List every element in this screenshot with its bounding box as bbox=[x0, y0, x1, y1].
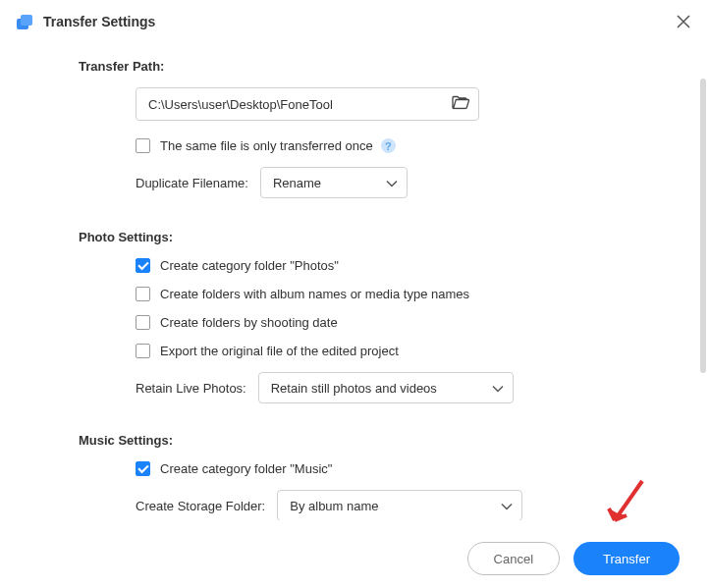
dialog-header: Transfer Settings bbox=[0, 0, 709, 39]
cancel-button[interactable]: Cancel bbox=[467, 542, 560, 575]
photo-category-checkbox[interactable] bbox=[136, 258, 150, 273]
photo-album-folders-checkbox[interactable] bbox=[136, 287, 150, 301]
photo-export-original-checkbox[interactable] bbox=[136, 344, 150, 358]
same-file-once-label: The same file is only transferred once bbox=[160, 138, 373, 153]
music-storage-label: Create Storage Folder: bbox=[136, 499, 265, 513]
close-button[interactable] bbox=[674, 12, 693, 31]
retain-live-label: Retain Live Photos: bbox=[136, 381, 246, 396]
transfer-button-label: Transfer bbox=[603, 552, 650, 566]
music-settings-label: Music Settings: bbox=[79, 433, 650, 448]
cancel-button-label: Cancel bbox=[494, 552, 533, 566]
retain-live-value: Retain still photos and videos bbox=[271, 381, 437, 396]
transfer-path-input[interactable] bbox=[136, 87, 479, 121]
dialog-content: Transfer Path: The same file is only tra… bbox=[0, 39, 709, 520]
photo-export-original-row: Export the original file of the edited p… bbox=[136, 344, 650, 358]
dialog-title: Transfer Settings bbox=[43, 14, 674, 29]
music-category-label: Create category folder "Music" bbox=[160, 461, 332, 476]
retain-live-select[interactable]: Retain still photos and videos bbox=[258, 372, 514, 403]
music-category-row: Create category folder "Music" bbox=[136, 461, 650, 476]
same-file-once-row: The same file is only transferred once ? bbox=[136, 138, 650, 153]
help-icon[interactable]: ? bbox=[381, 138, 396, 153]
photo-date-folders-checkbox[interactable] bbox=[136, 315, 150, 330]
transfer-path-field bbox=[136, 87, 479, 121]
duplicate-filename-row: Duplicate Filename: Rename bbox=[136, 167, 650, 198]
music-category-checkbox[interactable] bbox=[136, 461, 150, 476]
photo-album-folders-row: Create folders with album names or media… bbox=[136, 287, 650, 301]
music-storage-value: By album name bbox=[290, 499, 378, 513]
same-file-once-checkbox[interactable] bbox=[136, 138, 150, 153]
music-storage-row: Create Storage Folder: By album name bbox=[136, 490, 650, 520]
photo-export-original-label: Export the original file of the edited p… bbox=[160, 344, 399, 358]
photo-date-folders-label: Create folders by shooting date bbox=[160, 315, 338, 330]
retain-live-row: Retain Live Photos: Retain still photos … bbox=[136, 372, 650, 403]
duplicate-filename-value: Rename bbox=[273, 176, 321, 190]
duplicate-filename-select[interactable]: Rename bbox=[260, 167, 408, 198]
photo-settings-label: Photo Settings: bbox=[79, 230, 650, 244]
duplicate-filename-select-wrap: Rename bbox=[260, 167, 408, 198]
transfer-path-section-label: Transfer Path: bbox=[79, 59, 650, 74]
photo-date-folders-row: Create folders by shooting date bbox=[136, 315, 650, 330]
photo-album-folders-label: Create folders with album names or media… bbox=[160, 287, 469, 301]
app-icon bbox=[16, 13, 33, 30]
music-storage-select[interactable]: By album name bbox=[277, 490, 522, 520]
photo-settings-section: Photo Settings: Create category folder "… bbox=[79, 230, 650, 403]
music-settings-section: Music Settings: Create category folder "… bbox=[79, 433, 650, 520]
scrollbar-thumb[interactable] bbox=[700, 79, 706, 373]
dialog-footer: Cancel Transfer bbox=[0, 529, 709, 588]
duplicate-filename-label: Duplicate Filename: bbox=[136, 176, 248, 190]
svg-rect-1 bbox=[21, 15, 32, 26]
browse-folder-icon[interactable] bbox=[452, 95, 469, 114]
retain-live-select-wrap: Retain still photos and videos bbox=[258, 372, 514, 403]
transfer-button[interactable]: Transfer bbox=[573, 542, 680, 575]
music-storage-select-wrap: By album name bbox=[277, 490, 522, 520]
photo-category-row: Create category folder "Photos" bbox=[136, 258, 650, 273]
photo-category-label: Create category folder "Photos" bbox=[160, 258, 339, 273]
transfer-settings-dialog: Transfer Settings Transfer Path: The sam… bbox=[0, 0, 709, 588]
